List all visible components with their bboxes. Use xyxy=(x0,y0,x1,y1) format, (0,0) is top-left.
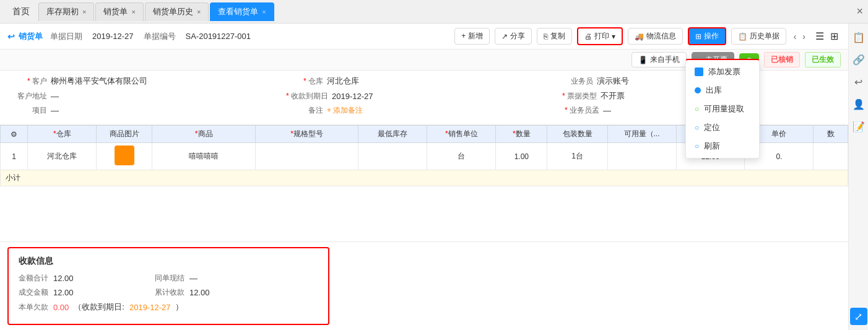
history-icon: 📋 xyxy=(738,32,747,41)
subtotal-row: 小计 xyxy=(1,170,848,186)
number-value: SA-20191227-001 xyxy=(186,32,251,41)
close-window-icon[interactable]: × xyxy=(856,5,863,18)
share-button[interactable]: ↗ 分享 xyxy=(495,28,532,45)
refresh-item[interactable]: ○ 刷新 xyxy=(686,137,759,155)
payment-row-2: 成交金额 12.00 累计收款 12.00 xyxy=(19,287,318,298)
operate-button[interactable]: ⊞ 操作 xyxy=(688,27,726,45)
ticket-value: 不开票 xyxy=(601,90,625,102)
tab-inventory-label: 库存期初 xyxy=(46,6,79,17)
locate-label: 定位 xyxy=(704,122,720,133)
note-field: 备注 添加备注 xyxy=(286,105,562,116)
row-index: 1 xyxy=(1,143,28,170)
row-qty: 1.00 xyxy=(496,143,547,170)
sidebar-icon-2[interactable]: 🔗 xyxy=(850,51,867,68)
from-phone-button[interactable]: 📱 来自手机 xyxy=(631,52,687,67)
cumulative-item: 累计收款 12.00 xyxy=(155,287,266,298)
customer-field: 客户 柳州粤港平安气体有限公司 xyxy=(10,76,286,87)
col-spec-header: *规格型号 xyxy=(255,126,358,143)
copy-icon: ⎘ xyxy=(544,32,548,41)
print-dropdown-arrow: ▾ xyxy=(612,32,615,41)
prev-arrow[interactable]: ‹ xyxy=(791,30,799,43)
sidebar-icon-1[interactable]: 📋 xyxy=(850,28,867,46)
phone-icon: 📱 xyxy=(638,56,648,64)
warehouse-field: 仓库 河北仓库 xyxy=(286,76,562,87)
outbound-item[interactable]: 出库 xyxy=(686,81,759,100)
address-label: 客户地址 xyxy=(10,91,47,102)
sidebar-icon-5[interactable]: 📝 xyxy=(850,118,867,135)
col-minstock-header: 最低库存 xyxy=(358,126,427,143)
project-field: 项目 — xyxy=(10,105,286,116)
ticket-label: 票据类型 xyxy=(562,91,597,102)
tab-sales-history[interactable]: 销货单历史 × xyxy=(145,2,209,21)
add-invoice-label: 添加发票 xyxy=(708,66,740,77)
available-qty-item[interactable]: ○ 可用量提取 xyxy=(686,100,759,118)
col-gear[interactable]: ⚙ xyxy=(1,126,28,143)
tab-sales-label: 销货单 xyxy=(103,6,128,17)
balance-close: ） xyxy=(175,302,183,313)
close-sales-icon[interactable]: × xyxy=(131,8,135,15)
col-qty-header: *数量 xyxy=(496,126,547,143)
close-view-sales-icon[interactable]: × xyxy=(262,8,266,15)
circle-icon xyxy=(695,87,701,93)
new-button[interactable]: + 新增 xyxy=(454,28,489,45)
staff-value: 演示账号 xyxy=(597,76,629,87)
transaction-label: 成交金额 xyxy=(19,287,48,298)
tab-home[interactable]: 首页 xyxy=(5,2,37,21)
tab-sales-order[interactable]: 销货单 × xyxy=(95,2,143,21)
row-img xyxy=(97,143,152,170)
date-value: 2019-12-27 xyxy=(92,32,134,41)
col-img-header: 商品图片 xyxy=(97,126,152,143)
doc-type-title: ↩ 销货单 xyxy=(7,31,43,42)
doc-meta: 单据日期 2019-12-27 单据编号 SA-20191227-001 xyxy=(50,31,447,42)
col-extra-header: 数 xyxy=(814,126,848,143)
outbound-label: 出库 xyxy=(706,85,722,96)
total-amount-item: 金额合计 12.00 xyxy=(19,273,130,284)
date-label: 单据日期 xyxy=(50,31,82,42)
add-invoice-item[interactable]: 添加发票 xyxy=(686,63,759,81)
print-button[interactable]: 🖨 打印 ▾ xyxy=(577,27,623,45)
sidebar-expand-icon[interactable]: ⤢ xyxy=(850,308,867,325)
bottom-section: 收款信息 金额合计 12.00 同单现结 — 成交金额 12.00 xyxy=(0,241,848,330)
row-minstock xyxy=(358,143,427,170)
sidebar-icon-3[interactable]: ↩ xyxy=(850,73,867,90)
history-button[interactable]: 📋 历史单据 xyxy=(731,28,786,45)
list-view-icon[interactable]: ☰ xyxy=(813,29,827,43)
col-pkg-header: 包装数量 xyxy=(547,126,607,143)
right-sidebar: 📋 🔗 ↩ 👤 📝 ⤢ xyxy=(848,24,868,330)
row-unit: 台 xyxy=(427,143,496,170)
tab-view-sales[interactable]: 查看销货单 × xyxy=(210,2,274,21)
col-unit-header: *销售单位 xyxy=(427,126,496,143)
cumulative-label: 累计收款 xyxy=(155,287,184,298)
warehouse-value: 河北仓库 xyxy=(327,76,359,87)
row-product: 嘻嘻嘻嘻 xyxy=(152,143,255,170)
locate-item[interactable]: ○ 定位 xyxy=(686,118,759,137)
print-icon: 🖨 xyxy=(584,32,592,41)
refresh-label: 刷新 xyxy=(704,141,720,152)
next-arrow[interactable]: › xyxy=(800,30,808,43)
address-field: 客户地址 — xyxy=(10,91,286,102)
customer-value: 柳州粤港平安气体有限公司 xyxy=(51,76,147,87)
sales-staff-value: — xyxy=(603,106,611,115)
same-order-item: 同单现结 — xyxy=(155,273,266,284)
warehouse-label: 仓库 xyxy=(286,76,323,87)
logistics-button[interactable]: 🚚 物流信息 xyxy=(628,28,683,45)
copy-button[interactable]: ⎘ 复制 xyxy=(537,28,572,45)
tab-inventory-init[interactable]: 库存期初 × xyxy=(38,2,94,21)
operate-dropdown: 添加发票 出库 ○ 可用量提取 ○ 定位 ○ 刷新 xyxy=(685,59,760,158)
effective-badge: 已生效 xyxy=(805,52,841,67)
close-history-icon[interactable]: × xyxy=(197,8,201,15)
total-value: 12.00 xyxy=(53,274,74,283)
project-label: 项目 xyxy=(10,105,47,116)
close-inventory-icon[interactable]: × xyxy=(82,8,86,15)
staff-label: 业务员 xyxy=(562,76,593,87)
tab-history-label: 销货单历史 xyxy=(153,6,193,17)
subtotal-label: 小计 xyxy=(1,170,848,186)
grid-view-icon[interactable]: ⊞ xyxy=(828,29,841,43)
square-icon xyxy=(695,67,703,76)
transaction-value: 12.00 xyxy=(53,288,74,297)
row-spec xyxy=(255,143,358,170)
add-note-button[interactable]: 添加备注 xyxy=(327,105,363,116)
cancelled-badge: 已核销 xyxy=(764,52,800,67)
sales-staff-label: 业务员孟 xyxy=(562,105,599,116)
sidebar-icon-4[interactable]: 👤 xyxy=(850,95,867,113)
